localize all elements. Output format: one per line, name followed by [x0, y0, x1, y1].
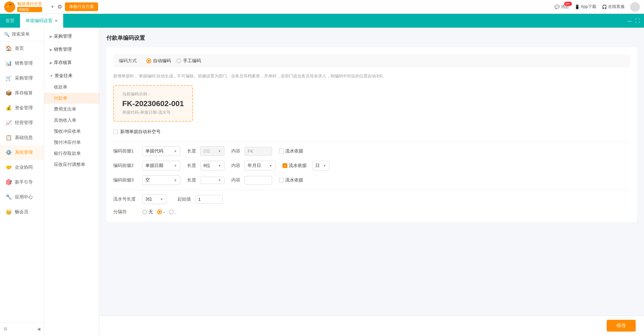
message-btn[interactable]: 💬 消息 99+: [555, 4, 569, 10]
serial-length-select[interactable]: 3位 ▼: [142, 194, 166, 204]
minimize-icon[interactable]: —: [627, 18, 632, 24]
save-button[interactable]: 保存: [607, 320, 636, 332]
prefix2-length-select[interactable]: 8位 ▼: [200, 161, 224, 170]
user-avatar[interactable]: [630, 2, 640, 12]
sub-item-prepay-receipt[interactable]: 预收冲应收单: [44, 126, 99, 137]
sep-dash-label: -: [163, 210, 165, 215]
prefix2-stream-checkbox: ✓ 流水依据: [282, 162, 307, 169]
tab-close-icon[interactable]: ✕: [55, 19, 58, 23]
sidebar-item-purchase[interactable]: 🛒 采购管理: [0, 71, 44, 86]
sub-item-expense[interactable]: 费用支出单: [44, 104, 99, 115]
sidebar-item-operations[interactable]: 📈 经营管理: [0, 115, 44, 130]
sidebar-item-members[interactable]: 👑 畅会员: [0, 205, 44, 220]
prefix2-day-arrow: ▼: [323, 164, 326, 168]
headset-icon: 🎧: [602, 4, 607, 9]
sub-item-payment[interactable]: 付款单: [44, 93, 99, 104]
prefix3-content-input[interactable]: [244, 176, 272, 185]
prefix1-select[interactable]: 单据代码 ▼: [142, 146, 180, 156]
sidebar-item-home[interactable]: 🏠 首页: [0, 41, 44, 56]
prefix3-select-value: 空: [145, 177, 150, 183]
sidebar-item-finance[interactable]: 💰 资金管理: [0, 101, 44, 115]
prefix1-dropdown-icon: ▼: [174, 149, 177, 153]
tab-home-label: 首页: [6, 18, 15, 24]
manual-encode-radio[interactable]: 手工编码: [176, 58, 201, 64]
sep-none-radio[interactable]: 无: [142, 209, 153, 215]
brand-area: 🍊 畅捷通好生意 旗舰版: [4, 1, 42, 12]
sales-icon: 📊: [6, 60, 12, 66]
prefix2-content-select[interactable]: 年月日 ▼: [244, 161, 276, 170]
arrow-right-icon: ▶: [50, 35, 52, 38]
separator-radio-group: 无 - .: [142, 209, 176, 215]
prefix3-content-label: 内容: [231, 177, 240, 183]
auto-fill-checkbox[interactable]: [113, 129, 118, 134]
sidebar-collapse-icon[interactable]: ◀: [37, 326, 40, 332]
encoding-method-row: 编码方式 自动编码 手工编码: [113, 54, 630, 67]
prefix2-select[interactable]: 单据日期 ▼: [142, 161, 180, 170]
sidebar-item-guide[interactable]: 🎯 新手引导: [0, 175, 44, 190]
header-right: 💬 消息 99+ 📱 App下载 🎧 在线客服: [555, 2, 640, 12]
serial-start-input[interactable]: [195, 195, 223, 204]
settings-icon[interactable]: ⚙: [57, 3, 62, 10]
sub-group-inventory-title[interactable]: ▶ 库存核算: [44, 57, 99, 68]
auto-fill-row: 新增单据自动补空号: [113, 129, 630, 135]
sidebar-item-cooperation[interactable]: 🤝 企业协同: [0, 160, 44, 175]
prefix1-length-select: 2位 ▼: [200, 146, 224, 156]
prefix2-content-label: 内容: [231, 162, 240, 169]
search-menu-btn[interactable]: 🔍 搜索菜单: [0, 28, 44, 41]
auto-encode-radio[interactable]: 自动编码: [146, 58, 171, 64]
divider1: [113, 142, 630, 142]
maximize-icon[interactable]: ⛶: [635, 18, 640, 24]
sub-group-sales-title[interactable]: ▶ 销售管理: [44, 44, 99, 55]
info-text: 新增单据时，'单据编码'自动生成，不可编辑。前缀设置为部门、业务员等档案类，开单…: [113, 73, 630, 80]
sidebar-item-basic[interactable]: 📋 基础信息: [0, 130, 44, 145]
app-download-btn[interactable]: 📱 App下载: [575, 4, 596, 10]
prefix3-label: 编码前缀3: [113, 177, 138, 183]
prefix3-stream-cb[interactable]: [279, 178, 284, 183]
sep-none-dot: [142, 210, 147, 214]
sidebar-settings-icon[interactable]: ⚙: [3, 326, 8, 332]
sidebar-item-inventory[interactable]: 📦 库存核算: [0, 86, 44, 101]
prefix3-length-select[interactable]: ▼: [200, 177, 224, 184]
dropdown-arrow[interactable]: ▼: [50, 4, 55, 9]
prefix2-length-value: 8位: [203, 162, 210, 169]
prefix2-day-select[interactable]: 日 ▼: [312, 161, 329, 170]
tab-home[interactable]: 首页: [0, 14, 20, 28]
online-service-btn[interactable]: 🎧 在线客服: [602, 4, 625, 10]
content-area: 付款单编码设置 编码方式 自动编码 手工编码: [99, 28, 644, 316]
sub-item-receipt[interactable]: 收款单: [44, 82, 99, 93]
tab-serial-setting[interactable]: 单据编码设置 ✕: [20, 14, 63, 28]
sub-group-inventory: ▶ 库存核算: [44, 57, 99, 68]
nav-tabs-bar: 首页 单据编码设置 ✕ — ⛶: [0, 14, 644, 28]
encoding-radio-group: 自动编码 手工编码: [146, 58, 201, 64]
purchase-icon: 🛒: [6, 75, 12, 81]
prefix1-content-label: 内容: [231, 148, 240, 154]
sep-dash-radio[interactable]: -: [157, 210, 165, 215]
app-download-label: App下载: [581, 4, 596, 10]
serial-row: 流水号长度 3位 ▼ 起始值: [113, 194, 630, 204]
divider2: [113, 190, 630, 190]
sub-item-prepay-payment[interactable]: 预付冲应付单: [44, 137, 99, 148]
sidebar-item-apps[interactable]: 🔧 应用中心: [0, 190, 44, 205]
sub-item-other-income[interactable]: 其他收入单: [44, 115, 99, 126]
sidebar-footer: ⚙ ◀: [0, 323, 44, 335]
prefix1-label: 编码前缀1: [113, 148, 138, 154]
separator-label: 分隔符: [113, 209, 138, 215]
prefix3-select[interactable]: 空 ▼: [142, 175, 180, 185]
prefix1-stream-cb[interactable]: [279, 149, 284, 153]
trial-button[interactable]: 体验行业方案: [65, 2, 98, 11]
prefix2-stream-cb[interactable]: ✓: [282, 163, 287, 168]
sidebar-item-system[interactable]: ⚙️ 系统管理: [0, 145, 44, 160]
prefix2-dropdown-icon: ▼: [174, 164, 177, 168]
manual-encode-dot: [176, 58, 181, 63]
sidebar-item-sales[interactable]: 📊 销售管理: [0, 56, 44, 71]
header-left: 🍊 畅捷通好生意 旗舰版 ▼ ⚙ 体验行业方案: [4, 1, 98, 12]
sub-group-purchase-title[interactable]: ▶ 采购管理: [44, 30, 99, 42]
sub-group-capital-title[interactable]: ▼ 资金往来: [44, 70, 99, 82]
search-icon: 🔍: [4, 32, 10, 37]
sub-sidebar: ▶ 采购管理 ▶ 销售管理 ▶ 库存核算 ▼ 资金往来 收款单 付款单 费用支出…: [44, 28, 99, 335]
sub-item-ar-ap-adjust[interactable]: 应收应付调整单: [44, 159, 99, 170]
sub-item-bank-deposit[interactable]: 银行存取款单: [44, 148, 99, 159]
sep-dot-radio[interactable]: .: [169, 210, 176, 215]
finance-icon: 💰: [6, 105, 12, 111]
prefix3-dropdown-icon: ▼: [174, 178, 177, 182]
